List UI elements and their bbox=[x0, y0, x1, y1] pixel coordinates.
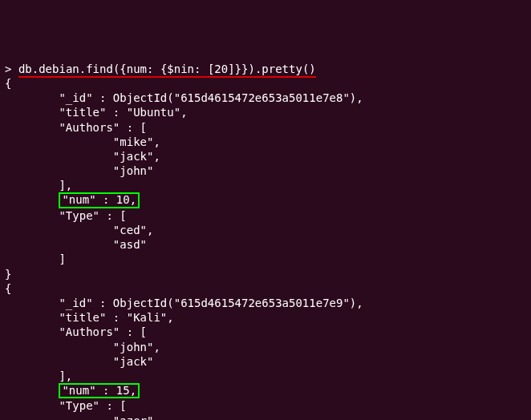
doc2-title: "title" : "Kali", bbox=[5, 311, 174, 324]
doc1-num-highlight: "num" : 10, bbox=[59, 192, 140, 208]
doc2-num-highlight: "num" : 15, bbox=[59, 383, 140, 398]
doc1-type-open: "Type" : [ bbox=[5, 209, 127, 222]
prompt-char: > bbox=[5, 63, 11, 75]
doc1-author3: "john" bbox=[5, 164, 153, 177]
doc2-authors-close: ], bbox=[5, 370, 72, 382]
doc2-num-indent bbox=[5, 384, 59, 397]
doc1-type2: "asd" bbox=[5, 238, 147, 251]
doc1-type1: "ced", bbox=[5, 224, 153, 236]
doc1-open: { bbox=[5, 77, 11, 90]
doc1-author2: "jack", bbox=[5, 150, 160, 163]
doc1-close: } bbox=[5, 268, 11, 281]
doc1-type-close: ] bbox=[5, 252, 66, 265]
doc1-authors-close: ], bbox=[5, 179, 72, 192]
doc2-open: { bbox=[5, 282, 11, 295]
doc2-type-open: "Type" : [ bbox=[5, 399, 127, 412]
doc1-authors-open: "Authors" : [ bbox=[5, 121, 147, 134]
doc2-author1: "john", bbox=[5, 341, 160, 353]
command-line: db.debian.find({num: {$nin: [20]}}).pret… bbox=[18, 63, 316, 78]
terminal-output: > db.debian.find({num: {$nin: [20]}}).pr… bbox=[5, 62, 526, 420]
doc1-author1: "mike", bbox=[5, 135, 160, 148]
doc1-title: "title" : "Ubuntu", bbox=[5, 106, 188, 119]
doc2-authors-open: "Authors" : [ bbox=[5, 325, 147, 338]
doc2-id: "_id" : ObjectId("615d4615472e653a5011e7… bbox=[5, 297, 363, 309]
doc1-num-indent bbox=[5, 193, 59, 206]
doc2-author2: "jack" bbox=[5, 355, 153, 368]
doc1-id: "_id" : ObjectId("615d4615472e653a5011e7… bbox=[5, 91, 363, 104]
doc2-type1: "azer", bbox=[5, 414, 160, 420]
